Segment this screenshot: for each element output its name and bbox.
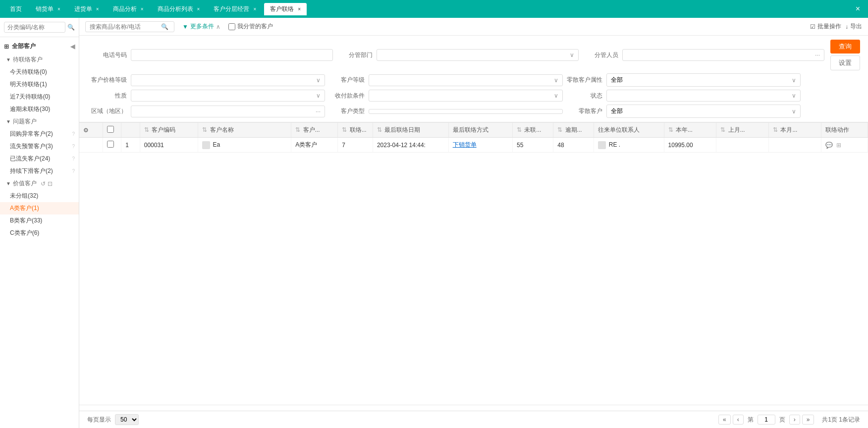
help-icon-2[interactable]: ? xyxy=(72,144,75,149)
row-settings xyxy=(79,138,103,153)
col-overdue[interactable]: ⇅ 逾期... xyxy=(553,123,594,138)
customer-type-select[interactable] xyxy=(369,109,563,114)
close-customer-mgmt-icon[interactable]: × xyxy=(253,6,256,12)
select-all-checkbox[interactable] xyxy=(107,126,114,133)
nature-select[interactable]: ∨ xyxy=(131,90,325,102)
filter-row-2: 客户价格等级 ∨ 客户等级 ∨ 零散客户属性 xyxy=(87,73,860,87)
region-select[interactable]: ··· xyxy=(131,106,325,117)
bulk-ops-button[interactable]: ☑ 批量操作 xyxy=(810,22,841,31)
filter-field-status: 状态 ∨ xyxy=(563,90,801,102)
first-page-button[interactable]: « xyxy=(718,415,731,425)
col-last-date[interactable]: ⇅ 最后联络日期 xyxy=(373,123,448,138)
sidebar-item-abnormal[interactable]: 回购异常客户(2) ? xyxy=(0,128,79,140)
status-label: 状态 xyxy=(563,92,602,100)
search-input[interactable] xyxy=(90,23,159,30)
nav-product-list[interactable]: 商品分析列表 × xyxy=(152,3,206,15)
last-page-button[interactable]: » xyxy=(802,415,814,425)
page-number-input[interactable] xyxy=(758,415,775,425)
table-container: ⚙ ⇅ 客户编码 ⇅ 客户名 xyxy=(79,122,868,405)
phone-input[interactable] xyxy=(131,49,333,61)
status-select[interactable]: ∨ xyxy=(606,90,801,102)
action-more-icon[interactable]: ⊞ xyxy=(836,142,841,149)
nav-sales[interactable]: 销货单 × xyxy=(30,3,66,15)
col-contact[interactable]: ⇅ 联络... xyxy=(338,123,373,138)
sidebar-item-class-c[interactable]: C类客户(6) xyxy=(0,227,79,239)
close-all-button[interactable]: × xyxy=(852,2,864,15)
sidebar-item-ungraded[interactable]: 未分组(32) xyxy=(0,190,79,202)
sidebar-item-churning[interactable]: 流失预警客户(3) ? xyxy=(0,140,79,153)
row-last-method[interactable]: 下销货单 xyxy=(448,138,512,153)
row-checkbox[interactable] xyxy=(103,138,121,153)
main-layout: 🔍 ⊞ 全部客户 ◀ ▼ 待联络客户 今天待联络(0) 明天待联络 xyxy=(0,18,868,428)
settings-button[interactable]: 设置 xyxy=(830,55,860,70)
nav-home[interactable]: 首页 xyxy=(4,3,28,15)
sidebar-item-churned[interactable]: 已流失客户(24) ? xyxy=(0,153,79,165)
retail-select[interactable]: 全部 ∨ xyxy=(606,105,801,118)
settings-icon[interactable]: ⊡ xyxy=(48,180,53,187)
table-row: 1 000031 Ea A类客户 7 2023-04-12 14:44: 下销货… xyxy=(79,138,868,153)
retail-attr-select[interactable]: 全部 ∨ xyxy=(606,73,801,87)
refresh-icon[interactable]: ↺ xyxy=(41,180,46,187)
sidebar-section-pending[interactable]: ▼ 待联络客户 xyxy=(0,54,79,66)
query-button[interactable]: 查询 xyxy=(830,40,860,54)
page-size-select[interactable]: 50 xyxy=(115,414,139,425)
sidebar-all-customers[interactable]: ⊞ 全部客户 ◀ xyxy=(0,39,79,54)
nav-customer-contact[interactable]: 客户联络 × xyxy=(264,3,307,15)
prev-page-button[interactable]: ‹ xyxy=(733,415,744,425)
nav-customer-mgmt[interactable]: 客户分层经营 × xyxy=(208,3,262,15)
col-this-year[interactable]: ⇅ 本年... xyxy=(664,123,716,138)
price-level-select[interactable]: ∨ xyxy=(131,74,325,86)
sidebar-item-today-label: 今天待联络(0) xyxy=(10,68,47,76)
action-chat-icon[interactable]: 💬 xyxy=(825,142,833,149)
sidebar-item-churning-label: 流失预警客户(3) xyxy=(10,142,53,151)
sidebar-section-value[interactable]: ▼ 价值客户 ↺ ⊡ xyxy=(0,177,79,190)
col-code[interactable]: ⇅ 客户编码 xyxy=(140,123,198,138)
row-code[interactable]: 000031 xyxy=(140,138,198,153)
my-customers-checkbox[interactable] xyxy=(228,23,235,30)
sidebar-search-input[interactable] xyxy=(4,22,65,33)
sidebar-search-icon[interactable]: 🔍 xyxy=(67,24,75,31)
sidebar-item-class-b[interactable]: B类客户(33) xyxy=(0,214,79,227)
retail-arrow-icon: ∨ xyxy=(792,108,796,115)
help-icon-4[interactable]: ? xyxy=(72,168,75,174)
close-sales-icon[interactable]: × xyxy=(57,6,60,12)
next-page-button[interactable]: › xyxy=(789,415,800,425)
col-last-method[interactable]: 最后联络方式 xyxy=(448,123,512,138)
sidebar-item-today[interactable]: 今天待联络(0) xyxy=(0,66,79,78)
horizontal-scrollbar[interactable] xyxy=(79,405,868,411)
col-contact2[interactable]: 往来单位联系人 xyxy=(594,123,664,138)
nav-purchase[interactable]: 进货单 × xyxy=(68,3,105,15)
col-type[interactable]: ⇅ 客户... xyxy=(291,123,338,138)
col-last-month[interactable]: ⇅ 上月... xyxy=(716,123,769,138)
payment-select[interactable]: ∨ xyxy=(369,90,563,102)
col-sort-icon-8: ⇅ xyxy=(668,126,673,133)
customer-level-select[interactable]: ∨ xyxy=(369,74,563,86)
help-icon-3[interactable]: ? xyxy=(72,156,75,161)
search-icon[interactable]: 🔍 xyxy=(161,23,168,30)
last-method-link[interactable]: 下销货单 xyxy=(453,141,477,148)
sidebar-section-problem[interactable]: ▼ 问题客户 xyxy=(0,115,79,128)
help-icon-1[interactable]: ? xyxy=(72,131,75,137)
col-name[interactable]: ⇅ 客户名称 xyxy=(198,123,291,138)
col-this-month[interactable]: ⇅ 本月... xyxy=(769,123,821,138)
sidebar-item-overdue[interactable]: 逾期未联络(30) xyxy=(0,103,79,115)
close-customer-contact-icon[interactable]: × xyxy=(298,6,301,12)
col-no-contact[interactable]: ⇅ 未联... xyxy=(512,123,553,138)
manager-select[interactable]: ··· xyxy=(622,49,824,61)
sidebar-collapse-icon[interactable]: ◀ xyxy=(70,43,75,50)
nav-product-analysis[interactable]: 商品分析 × xyxy=(107,3,150,15)
more-conditions-button[interactable]: ▼ 更多条件 ∧ xyxy=(178,21,224,32)
col-checkbox[interactable] xyxy=(103,123,121,138)
dept-select[interactable]: ∨ xyxy=(377,49,579,61)
sidebar-item-tomorrow[interactable]: 明天待联络(1) xyxy=(0,78,79,91)
close-product-analysis-icon[interactable]: × xyxy=(141,6,144,12)
sidebar-item-class-a[interactable]: A类客户(1) xyxy=(0,202,79,214)
close-product-list-icon[interactable]: × xyxy=(197,6,200,12)
sidebar-item-declining[interactable]: 持续下滑客户(2) ? xyxy=(0,165,79,177)
sidebar-item-7days[interactable]: 近7天待联络(0) xyxy=(0,91,79,103)
col-settings[interactable]: ⚙ xyxy=(79,123,103,138)
row-select-checkbox[interactable] xyxy=(107,141,114,148)
close-purchase-icon[interactable]: × xyxy=(96,6,99,12)
gear-icon[interactable]: ⚙ xyxy=(83,127,89,134)
export-button[interactable]: ↓ 导出 xyxy=(845,22,862,31)
